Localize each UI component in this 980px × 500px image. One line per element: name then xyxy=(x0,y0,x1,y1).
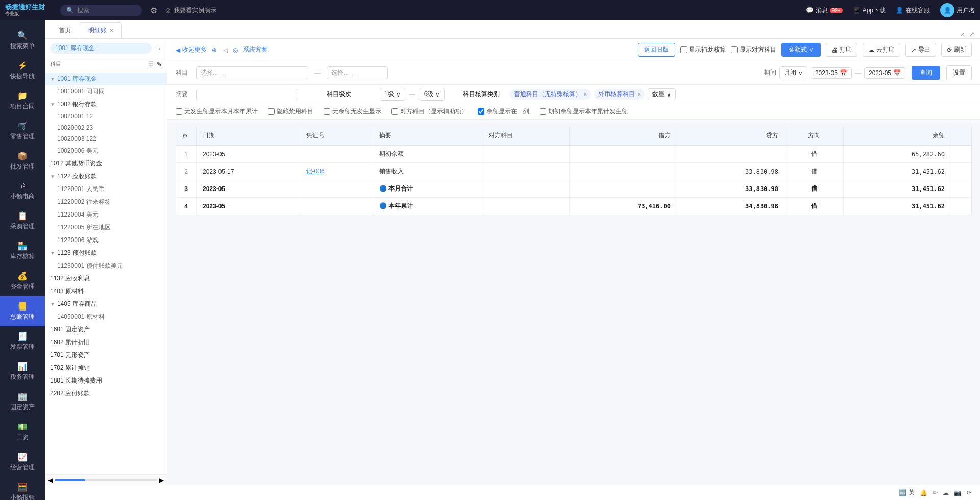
level-start-select[interactable]: 1级 ∨ xyxy=(380,88,405,101)
tree-item-1403[interactable]: 1403 原材料 xyxy=(45,285,167,298)
sidebar-item-ecommerce[interactable]: 🛍 小畅电商 xyxy=(0,176,45,206)
period-start-input[interactable]: 2023-05 📅 xyxy=(811,67,852,79)
show-auxiliary-input[interactable] xyxy=(680,46,687,53)
voucher-link[interactable]: 记-006 xyxy=(306,168,325,175)
sidebar-item-project[interactable]: 📁 项目合同 xyxy=(0,86,45,116)
refresh-btn[interactable]: ⟳ 刷新 xyxy=(941,43,972,57)
tag-foreign[interactable]: 外币核算科目 × xyxy=(594,89,645,100)
bottom-notify-btn[interactable]: 🔔 xyxy=(920,489,927,496)
user-avatar[interactable]: 👤 用户名 xyxy=(940,3,975,17)
quantity-select[interactable]: 数量 ∨ xyxy=(648,88,676,100)
tab-home[interactable]: 首页 xyxy=(50,22,80,38)
scroll-right-btn[interactable]: ▶ xyxy=(159,477,164,484)
tree-edit-icon[interactable]: ✎ xyxy=(157,61,162,68)
tag-foreign-remove[interactable]: × xyxy=(637,91,641,98)
checkbox-no-amount-input[interactable] xyxy=(324,108,330,115)
sidebar-item-quick[interactable]: ⚡ 快捷导航 xyxy=(0,56,45,86)
sidebar-item-assets[interactable]: 🏢 固定资产 xyxy=(0,387,45,417)
tree-item-11220002[interactable]: 11220002 往来标签 xyxy=(45,196,167,208)
system-filter-label[interactable]: 系统方案 xyxy=(243,45,267,54)
online-service-btn[interactable]: 👤 在线客服 xyxy=(896,6,930,15)
tree-item-10020002[interactable]: 10020002 23 xyxy=(45,122,167,133)
tree-item-11230001[interactable]: 11230001 预付账款美元 xyxy=(45,259,167,272)
account-arrow-btn[interactable]: → xyxy=(155,44,162,53)
sidebar-item-tax[interactable]: 📊 税务管理 xyxy=(0,356,45,387)
tree-item-1001[interactable]: ▼ 1001 库存现金 xyxy=(45,73,167,85)
bottom-lang-btn[interactable]: 🔤 英 xyxy=(899,488,915,497)
settings-icon[interactable]: ⚙ xyxy=(150,6,157,15)
checkbox-no-balance[interactable]: 无发生额显示本月本年累计 xyxy=(176,107,258,116)
sidebar-item-operations[interactable]: 📈 经营管理 xyxy=(0,447,45,477)
tree-item-1405[interactable]: ▼ 1405 库存商品 xyxy=(45,298,167,311)
checkbox-no-amount-show[interactable]: 无余额无发生显示 xyxy=(324,107,381,116)
sidebar-item-finance[interactable]: 💰 资金管理 xyxy=(0,266,45,296)
row-2-voucher[interactable]: 记-006 xyxy=(300,163,373,180)
export-btn[interactable]: ↗ 导出 xyxy=(905,43,936,57)
tree-item-2202[interactable]: 2202 应付账款 xyxy=(45,387,167,400)
level-end-select[interactable]: 6级 ∨ xyxy=(420,88,445,101)
sidebar-item-general[interactable]: 📒 总账管理 xyxy=(0,296,45,326)
tab-detail[interactable]: 明细账 × xyxy=(80,22,122,38)
window-close-btn[interactable]: × xyxy=(961,30,965,38)
checkbox-show-opposite-input[interactable] xyxy=(391,108,398,115)
sidebar-item-inventory[interactable]: 🏪 库存核算 xyxy=(0,236,45,266)
checkbox-show-year-begin-input[interactable] xyxy=(540,108,546,115)
tree-item-1701[interactable]: 1701 无形资产 xyxy=(45,349,167,362)
show-opposite-check[interactable]: 显示对方科目 xyxy=(731,45,776,54)
sidebar-item-retail[interactable]: 🛒 零售管理 xyxy=(0,116,45,146)
tree-item-11220006[interactable]: 11220006 游戏 xyxy=(45,234,167,247)
tree-item-1801[interactable]: 1801 长期待摊费用 xyxy=(45,374,167,387)
tree-item-1012[interactable]: 1012 其他货币资金 xyxy=(45,157,167,170)
tree-item-10020006[interactable]: 10020006 美元 xyxy=(45,145,167,157)
print-btn[interactable]: 🖨 打印 xyxy=(826,43,857,57)
tab-close-btn[interactable]: × xyxy=(110,27,113,34)
tree-item-1002[interactable]: ▼ 1002 银行存款 xyxy=(45,98,167,111)
sidebar-item-payroll[interactable]: 💵 工资 xyxy=(0,417,45,447)
collapse-btn[interactable]: ◀ 收起更多 xyxy=(176,45,207,54)
sidebar-item-marketing[interactable]: 🧮 小畅报销 xyxy=(0,477,45,500)
tree-item-11220005[interactable]: 11220005 所在地区 xyxy=(45,221,167,234)
query-btn[interactable]: 查询 xyxy=(912,66,940,80)
checkbox-no-balance-input[interactable] xyxy=(176,108,182,115)
tag-normal-remove[interactable]: × xyxy=(583,91,587,98)
sidebar-item-invoice[interactable]: 🧾 发票管理 xyxy=(0,326,45,356)
checkbox-show-opposite[interactable]: 对方科目（显示辅助项） xyxy=(391,107,468,116)
current-account-tag[interactable]: 1001 库存现金 xyxy=(50,43,152,54)
checkbox-show-balance[interactable]: 余额显示在一列 xyxy=(478,107,529,116)
triangle-icon[interactable]: ◁ xyxy=(223,46,228,54)
th-settings[interactable]: ⚙ xyxy=(176,126,197,146)
tree-item-10010001[interactable]: 10010001 同同同 xyxy=(45,85,167,98)
bottom-refresh-btn[interactable]: ⟳ xyxy=(967,489,972,496)
sidebar-item-purchase[interactable]: 📋 采购管理 xyxy=(0,206,45,236)
tree-item-11220004[interactable]: 11220004 美元 xyxy=(45,208,167,221)
message-btn[interactable]: 💬 消息 99+ xyxy=(806,6,843,15)
sidebar-item-wholesale[interactable]: 📦 批发管理 xyxy=(0,146,45,176)
scroll-left-btn[interactable]: ◀ xyxy=(48,477,53,484)
tree-item-1601[interactable]: 1601 固定资产 xyxy=(45,323,167,336)
tree-item-1132[interactable]: 1132 应收利息 xyxy=(45,272,167,285)
show-auxiliary-check[interactable]: 显示辅助核算 xyxy=(680,45,726,54)
show-opposite-input[interactable] xyxy=(731,46,738,53)
back-btn[interactable]: 返回旧版 xyxy=(638,43,675,57)
tree-item-1702[interactable]: 1702 累计摊销 xyxy=(45,362,167,374)
tree-item-10020003[interactable]: 10020003 122 xyxy=(45,133,167,145)
period-type-select[interactable]: 月闭 ∨ xyxy=(779,66,807,79)
tree-item-14050001[interactable]: 14050001 原材料 xyxy=(45,311,167,323)
amount-format-btn[interactable]: 金额式 ∨ xyxy=(781,43,821,57)
tag-normal[interactable]: 普通科目（无特殊核算） × xyxy=(510,89,591,100)
subject-input[interactable]: 选择... ... xyxy=(196,66,308,79)
period-end-input[interactable]: 2023-05 📅 xyxy=(864,67,905,79)
sidebar-item-search[interactable]: 🔍 搜索菜单 xyxy=(0,26,45,56)
top-search[interactable]: 🔍 搜索 xyxy=(60,5,142,16)
checkbox-show-balance-input[interactable] xyxy=(478,108,484,115)
demo-link[interactable]: ◎ 我要看实例演示 xyxy=(165,6,216,15)
app-download-btn[interactable]: 📱 App下载 xyxy=(853,6,886,15)
setting-btn[interactable]: 设置 xyxy=(946,65,972,80)
tree-item-1122[interactable]: ▼ 1122 应收账款 xyxy=(45,170,167,183)
filter-icon[interactable]: ⊕ xyxy=(212,46,217,54)
subject-end-input[interactable]: 选择... ... xyxy=(327,66,388,79)
window-expand-btn[interactable]: ⤢ xyxy=(969,30,975,38)
tree-item-1123[interactable]: ▼ 1123 预付账款 xyxy=(45,247,167,259)
tree-item-10020001[interactable]: 10020001 12 xyxy=(45,111,167,122)
checkbox-hide-disabled-input[interactable] xyxy=(268,108,275,115)
